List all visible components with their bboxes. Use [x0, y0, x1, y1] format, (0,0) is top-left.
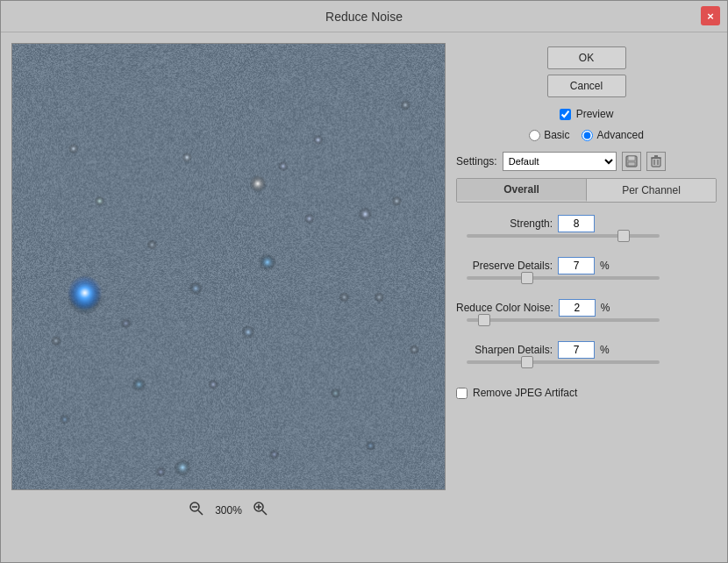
strength-slider-track-row: [456, 234, 717, 238]
close-button[interactable]: ×: [701, 6, 720, 25]
zoom-level: 300%: [215, 504, 242, 517]
dialog-content: 300% OK Cancel P: [1, 32, 727, 562]
preview-image: [12, 44, 445, 489]
ok-button[interactable]: OK: [547, 46, 626, 69]
advanced-mode-label[interactable]: Advanced: [582, 129, 643, 141]
sharpen-details-group: Sharpen Details: %: [456, 341, 717, 371]
title-bar: Reduce Noise ×: [1, 1, 727, 32]
svg-rect-9: [628, 162, 635, 166]
reduce-color-noise-label: Reduce Color Noise:: [456, 302, 553, 314]
preview-controls: 300%: [11, 497, 446, 524]
preview-label[interactable]: Preview: [576, 108, 614, 120]
sharpen-details-row: Sharpen Details: %: [456, 341, 717, 359]
preserve-details-group: Preserve Details: %: [456, 257, 717, 287]
cancel-button[interactable]: Cancel: [547, 75, 626, 97]
remove-jpeg-row: Remove JPEG Artifact: [456, 387, 717, 399]
preserve-details-row: Preserve Details: %: [456, 257, 717, 274]
action-buttons: OK Cancel: [456, 46, 717, 97]
basic-mode-label[interactable]: Basic: [529, 129, 569, 141]
svg-line-4: [262, 510, 267, 515]
reduce-color-noise-unit: %: [601, 302, 610, 314]
strength-label: Strength:: [456, 217, 553, 230]
preserve-details-slider-track: [467, 276, 660, 280]
remove-jpeg-label[interactable]: Remove JPEG Artifact: [473, 387, 577, 399]
reduce-noise-dialog: Reduce Noise × 300%: [0, 0, 728, 563]
preview-canvas: [11, 43, 446, 490]
dialog-title: Reduce Noise: [325, 10, 403, 24]
preview-checkbox-row: Preview: [456, 108, 717, 120]
reduce-color-noise-input[interactable]: [559, 299, 596, 317]
reduce-color-noise-slider-track-row: [456, 318, 717, 322]
sharpen-details-input[interactable]: [558, 341, 595, 359]
sharpen-details-unit: %: [600, 344, 610, 356]
preserve-details-input[interactable]: [558, 257, 595, 274]
basic-radio[interactable]: [529, 130, 540, 141]
strength-input[interactable]: [558, 215, 595, 232]
preview-area: 300%: [11, 43, 446, 552]
sharpen-details-slider-track: [467, 360, 660, 364]
save-settings-button[interactable]: [622, 152, 641, 171]
svg-rect-8: [628, 156, 635, 160]
sharpen-details-slider-track-row: [456, 360, 717, 364]
svg-rect-10: [652, 158, 660, 167]
preview-checkbox[interactable]: [560, 109, 571, 120]
strength-group: Strength:: [456, 215, 717, 245]
zoom-out-icon[interactable]: [189, 501, 204, 520]
zoom-in-icon[interactable]: [253, 501, 268, 520]
settings-row: Settings: Default Custom: [456, 152, 717, 171]
strength-slider-track: [467, 234, 660, 238]
tab-overall[interactable]: Overall: [457, 179, 587, 202]
tab-per-channel[interactable]: Per Channel: [587, 179, 716, 202]
sharpen-details-label: Sharpen Details:: [456, 344, 553, 356]
advanced-radio[interactable]: [582, 130, 593, 141]
tabs-row: Overall Per Channel: [456, 178, 717, 203]
settings-select[interactable]: Default Custom: [503, 152, 617, 171]
strength-slider-thumb[interactable]: [617, 230, 630, 242]
delete-settings-button[interactable]: [646, 152, 666, 171]
reduce-color-noise-group: Reduce Color Noise: %: [456, 299, 717, 329]
preserve-details-slider-track-row: [456, 276, 717, 280]
preserve-details-slider-thumb[interactable]: [521, 272, 533, 284]
reduce-color-noise-row: Reduce Color Noise: %: [456, 299, 717, 317]
settings-label: Settings:: [456, 155, 497, 167]
right-panel: OK Cancel Preview Basic Advanced: [456, 43, 717, 552]
preserve-details-label: Preserve Details:: [456, 260, 553, 272]
remove-jpeg-checkbox[interactable]: [456, 388, 467, 399]
reduce-color-noise-slider-track: [467, 318, 660, 322]
mode-row: Basic Advanced: [456, 129, 717, 141]
svg-line-1: [198, 510, 203, 515]
reduce-color-noise-slider-thumb[interactable]: [478, 314, 490, 326]
sharpen-details-slider-thumb[interactable]: [521, 356, 533, 368]
preserve-details-unit: %: [600, 260, 610, 272]
strength-row: Strength:: [456, 215, 717, 232]
